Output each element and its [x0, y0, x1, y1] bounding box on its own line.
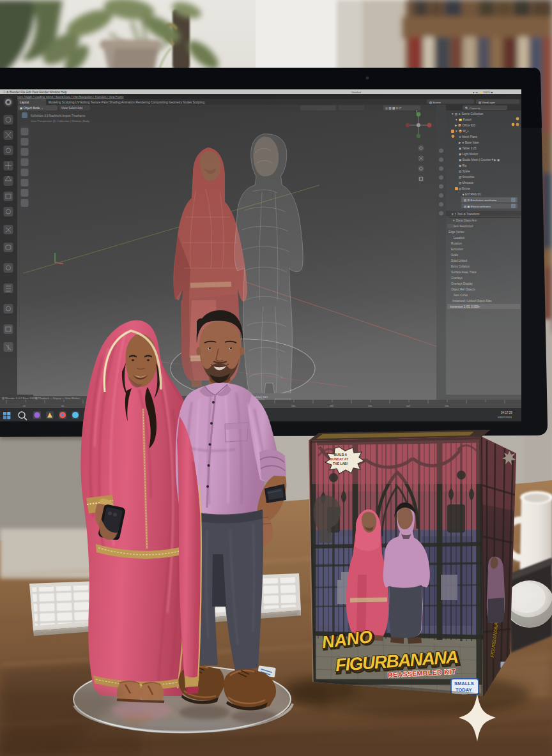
svg-text:SMALLS: SMALLS — [454, 681, 474, 686]
svg-text:THE LAB!: THE LAB! — [333, 462, 348, 465]
svg-text:BUILD A: BUILD A — [334, 453, 347, 457]
svg-text:SUNDAY AT: SUNDAY AT — [330, 457, 348, 461]
